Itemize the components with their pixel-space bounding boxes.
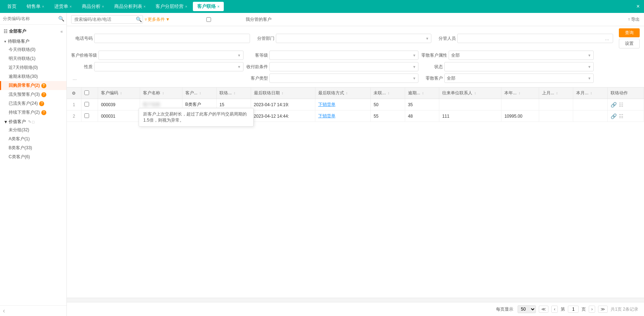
- row2-link-icon[interactable]: 🔗: [611, 113, 617, 119]
- th-code[interactable]: 客户编码 ↕: [98, 88, 140, 99]
- add-icon[interactable]: □: [32, 120, 34, 124]
- customer-type-select[interactable]: ▼: [269, 74, 419, 83]
- price-level-select[interactable]: ▼: [98, 51, 244, 60]
- sort-method-icon[interactable]: ↕: [346, 91, 348, 95]
- sidebar-waiting-contact-group[interactable]: ▼ 待联络客户: [0, 37, 66, 45]
- sidebar-a-class[interactable]: A类客户(1): [0, 135, 66, 143]
- sort-uncontacted-icon[interactable]: ↕: [388, 91, 390, 95]
- search-button[interactable]: 🔍: [136, 16, 142, 22]
- sort-year-icon[interactable]: ↕: [519, 91, 520, 95]
- customer-level-select[interactable]: ▼: [269, 51, 419, 60]
- row2-method-link[interactable]: 下销货单: [318, 113, 335, 118]
- sidebar-ungrouped[interactable]: 未分组(32): [0, 126, 66, 135]
- row2-select-checkbox[interactable]: [84, 113, 89, 118]
- th-checkbox[interactable]: [81, 88, 98, 99]
- nav-customer-segment[interactable]: 客户分层经营 ×: [151, 2, 191, 11]
- sidebar-c-class[interactable]: C类客户(6): [0, 152, 66, 161]
- phone-input[interactable]: [94, 34, 250, 43]
- th-uncontacted[interactable]: 未联... ↕: [371, 88, 405, 99]
- sort-name-icon[interactable]: ↕: [162, 91, 164, 95]
- page-number-input[interactable]: [568, 306, 579, 313]
- nav-product-list[interactable]: 商品分析列表 ×: [110, 2, 150, 11]
- nav-product-list-close[interactable]: ×: [144, 5, 146, 9]
- nav-sales-close[interactable]: ×: [42, 5, 44, 9]
- sidebar-b-class[interactable]: B类客户(33): [0, 143, 66, 152]
- th-contact-count[interactable]: 联络... ↕: [217, 88, 251, 99]
- nav-purchase[interactable]: 进货单 ×: [50, 2, 76, 11]
- sidebar-value-customer-group[interactable]: ▼ 价值客户 ✎ □: [0, 117, 66, 126]
- nav-product-analysis-close[interactable]: ×: [102, 5, 104, 9]
- sidebar-all-customers-header[interactable]: ☷ 全部客户 «: [0, 26, 66, 37]
- nav-home[interactable]: 首页: [3, 2, 21, 11]
- sort-date-icon[interactable]: ↕: [282, 91, 283, 95]
- sort-count-icon[interactable]: ↕: [233, 91, 235, 95]
- gender-select[interactable]: ▼: [94, 62, 244, 71]
- sidebar-churn-warning[interactable]: 流失预警客户(3) ?: [0, 90, 66, 99]
- manager-dots[interactable]: ...: [603, 36, 611, 41]
- row1-checkbox[interactable]: [81, 99, 98, 110]
- my-customers-checkbox-label[interactable]: 我分管的客户: [173, 16, 272, 23]
- th-settings[interactable]: ⚙: [67, 88, 81, 99]
- th-this-month[interactable]: 本月... ↕: [573, 88, 607, 99]
- sidebar-churned-customers[interactable]: 已流失客户(24) ?: [0, 99, 66, 108]
- retail-customer-select[interactable]: 全部▼: [444, 74, 594, 83]
- sidebar-declining-customers[interactable]: 持续下滑客户(2) ?: [0, 108, 66, 117]
- prev-page-btn[interactable]: ‹: [551, 306, 558, 313]
- row2-checkbox[interactable]: [81, 110, 98, 122]
- sidebar-overdue-contact[interactable]: 逾期未联络(30): [0, 72, 66, 81]
- horizontal-scrollbar[interactable]: [67, 298, 644, 302]
- th-unit-contact[interactable]: 往来单位联系人 ↕: [439, 88, 501, 99]
- row1-last-method[interactable]: 下销货单: [315, 99, 371, 110]
- close-all-tabs[interactable]: ×: [636, 3, 640, 10]
- per-page-select[interactable]: 50 20 100 200: [518, 305, 536, 313]
- th-this-year[interactable]: 本年... ↕: [501, 88, 539, 99]
- first-page-btn[interactable]: ≪: [539, 306, 548, 313]
- nav-purchase-close[interactable]: ×: [70, 5, 72, 9]
- last-page-btn[interactable]: ≫: [598, 306, 608, 313]
- th-overdue[interactable]: 逾期... ↕: [405, 88, 439, 99]
- sort-overdue-icon[interactable]: ↕: [422, 91, 424, 95]
- dept-select[interactable]: ▼: [276, 34, 432, 43]
- nav-customer-contact-close[interactable]: ×: [217, 5, 219, 9]
- th-last-method[interactable]: 最后联络方式 ↕: [315, 88, 371, 99]
- export-button[interactable]: ↑ 导出: [628, 16, 640, 23]
- sidebar-tomorrow-contact[interactable]: 明天待联络(1): [0, 54, 66, 63]
- nav-sales[interactable]: 销售单 ×: [22, 2, 48, 11]
- sort-unit-icon[interactable]: ↕: [474, 91, 476, 95]
- sidebar-today-contact[interactable]: 今天待联络(0): [0, 45, 66, 54]
- row1-grid-icon[interactable]: ☷: [619, 102, 624, 108]
- nav-customer-segment-close[interactable]: ×: [185, 5, 187, 9]
- nav-customer-contact[interactable]: 客户联络 ×: [193, 2, 224, 11]
- row1-method-link[interactable]: 下销货单: [318, 102, 335, 107]
- sidebar-search-icon[interactable]: 🔍: [58, 16, 64, 22]
- settings-button[interactable]: 设置: [619, 39, 640, 48]
- sidebar-search-input[interactable]: [3, 16, 57, 21]
- sidebar-collapse-btn[interactable]: «: [60, 29, 63, 34]
- more-conditions-btn[interactable]: ▿ 更多条件 ▼: [145, 16, 170, 23]
- row2-grid-icon[interactable]: ☷: [619, 113, 624, 119]
- th-type[interactable]: 客户... ↕: [182, 88, 216, 99]
- sidebar-left-arrow[interactable]: ‹: [3, 307, 5, 315]
- status-select[interactable]: ▼: [444, 62, 594, 71]
- th-name[interactable]: 客户名称 ↕: [140, 88, 182, 99]
- query-button[interactable]: 查询: [619, 28, 640, 37]
- th-last-date[interactable]: 最后联络日期 ↕: [251, 88, 315, 99]
- sidebar-repurchase-anomaly[interactable]: 回购异常客户(2) ?: [0, 81, 66, 90]
- retail-attr-select[interactable]: 全部▼: [449, 51, 594, 60]
- payment-select[interactable]: ▼: [269, 62, 419, 71]
- th-last-month[interactable]: 上月... ↕: [539, 88, 573, 99]
- edit-icon[interactable]: ✎: [28, 119, 31, 124]
- search-input[interactable]: [71, 15, 143, 24]
- sort-code-icon[interactable]: ↕: [120, 91, 122, 95]
- row1-select-checkbox[interactable]: [84, 102, 89, 107]
- nav-product-analysis[interactable]: 商品分析 ×: [78, 2, 108, 11]
- select-all-checkbox[interactable]: [84, 90, 89, 95]
- manager-select[interactable]: ...: [457, 34, 613, 43]
- sort-lmonth-icon[interactable]: ↕: [556, 91, 558, 95]
- row2-last-method[interactable]: 下销货单: [315, 110, 371, 122]
- sort-type-icon[interactable]: ↕: [199, 91, 201, 95]
- sidebar-7days-contact[interactable]: 近7天待联络(0): [0, 63, 66, 72]
- sort-tmonth-icon[interactable]: ↕: [590, 91, 592, 95]
- my-customers-checkbox[interactable]: [173, 17, 245, 22]
- row1-link-icon[interactable]: 🔗: [611, 102, 617, 108]
